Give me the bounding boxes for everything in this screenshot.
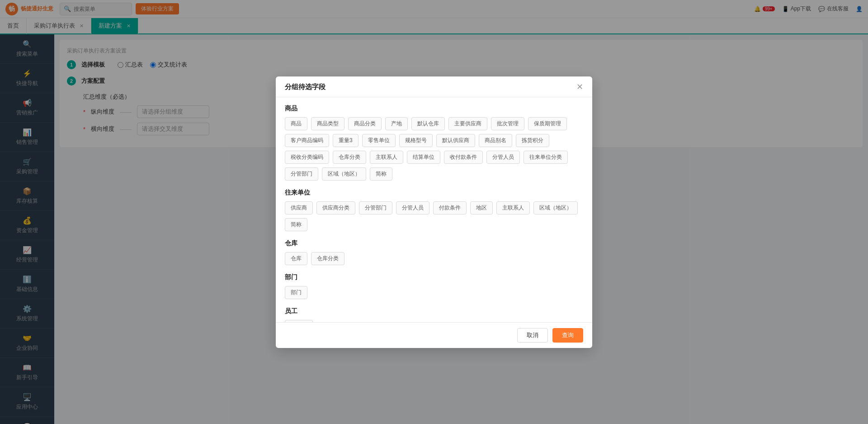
- tag-short-name-goods[interactable]: 简称: [370, 167, 392, 181]
- confirm-button[interactable]: 查询: [552, 328, 583, 343]
- section-warehouse: 仓库 仓库 仓库分类: [285, 239, 583, 265]
- modal-close-btn[interactable]: ✕: [576, 83, 583, 91]
- tag-supplier-category[interactable]: 供应商分类: [316, 201, 355, 214]
- section-warehouse-title: 仓库: [285, 239, 583, 248]
- modal-body: 商品 商品 商品类型 商品分类 产地 默认仓库 主要供应商 批次管理 保质期管理…: [276, 97, 592, 322]
- tag-supervisor[interactable]: 分管人员: [486, 151, 520, 164]
- section-goods: 商品 商品 商品类型 商品分类 产地 默认仓库 主要供应商 批次管理 保质期管理…: [285, 105, 583, 181]
- cancel-button[interactable]: 取消: [517, 328, 548, 343]
- section-employee-title: 员工: [285, 307, 583, 315]
- tag-spec-model[interactable]: 规格型号: [399, 134, 433, 147]
- tag-customer-code[interactable]: 客户商品编码: [285, 134, 329, 147]
- section-dept: 部门 部门: [285, 273, 583, 299]
- tag-origin[interactable]: 产地: [385, 117, 408, 130]
- section-counterpart-tags: 供应商 供应商分类 分管部门 分管人员 付款条件 地区 主联系人 区域（地区） …: [285, 201, 583, 231]
- section-counterpart-title: 往来单位: [285, 189, 583, 197]
- tag-region-goods[interactable]: 区域（地区）: [322, 167, 366, 181]
- tag-default-warehouse[interactable]: 默认仓库: [411, 117, 445, 130]
- tag-main-supplier[interactable]: 主要供应商: [448, 117, 487, 130]
- tag-region-cp[interactable]: 地区: [470, 201, 493, 214]
- main-layout: 🔍 搜索菜单 ⚡ 快捷导航 📢 营销推广 📊 销售管理 🛒 采购管理 📦 库存核…: [0, 34, 868, 424]
- modal-overlay: 分组待选字段 ✕ 商品 商品 商品类型 商品分类 产地 默认仓库 主要供应商: [54, 34, 868, 424]
- content-area: 采购订单执行表方案设置 1 选择模板 汇总表 交叉统计表 2 方案: [54, 34, 868, 424]
- tag-goods-alias[interactable]: 商品别名: [479, 134, 512, 147]
- tag-default-supplier[interactable]: 默认供应商: [436, 134, 475, 147]
- section-goods-title: 商品: [285, 105, 583, 113]
- tag-batch-mgmt[interactable]: 批次管理: [491, 117, 524, 130]
- tag-counterpart-category[interactable]: 往来单位分类: [524, 151, 568, 164]
- modal-footer: 取消 查询: [276, 322, 592, 348]
- tag-pick-points[interactable]: 拣货积分: [516, 134, 549, 147]
- section-goods-tags: 商品 商品类型 商品分类 产地 默认仓库 主要供应商 批次管理 保质期管理 客户…: [285, 117, 583, 181]
- tag-goods-type[interactable]: 商品类型: [311, 117, 344, 130]
- section-dept-title: 部门: [285, 273, 583, 281]
- tag-contact-cp[interactable]: 主联系人: [496, 201, 530, 214]
- tag-supervisor-cp[interactable]: 分管人员: [396, 201, 429, 214]
- tag-main-contact[interactable]: 主联系人: [370, 151, 403, 164]
- tag-retail-unit[interactable]: 零售单位: [362, 134, 396, 147]
- tag-dept-cp[interactable]: 分管部门: [359, 201, 392, 214]
- field-select-modal: 分组待选字段 ✕ 商品 商品 商品类型 商品分类 产地 默认仓库 主要供应商: [276, 76, 592, 348]
- modal-title: 分组待选字段: [285, 83, 326, 91]
- tag-region2-cp[interactable]: 区域（地区）: [533, 201, 578, 214]
- tag-tax-code[interactable]: 税收分类编码: [285, 151, 329, 164]
- section-employee: 员工 业务员: [285, 307, 583, 322]
- section-dept-tags: 部门: [285, 286, 583, 299]
- tag-settlement-unit[interactable]: 结算单位: [407, 151, 440, 164]
- section-counterpart: 往来单位 供应商 供应商分类 分管部门 分管人员 付款条件 地区 主联系人 区域…: [285, 189, 583, 231]
- tag-weight3[interactable]: 重量3: [333, 134, 359, 147]
- tag-warehouse-class[interactable]: 仓库分类: [311, 252, 344, 265]
- modal-header: 分组待选字段 ✕: [276, 76, 592, 97]
- tag-goods[interactable]: 商品: [285, 117, 307, 130]
- tag-dept-manage[interactable]: 分管部门: [285, 167, 318, 181]
- tag-short-name-cp[interactable]: 简称: [285, 218, 307, 231]
- tag-goods-category[interactable]: 商品分类: [348, 117, 382, 130]
- tag-warehouse-category[interactable]: 仓库分类: [333, 151, 366, 164]
- tag-shelf-life[interactable]: 保质期管理: [528, 117, 567, 130]
- tag-warehouse[interactable]: 仓库: [285, 252, 307, 265]
- tag-payment-terms[interactable]: 收付款条件: [444, 151, 483, 164]
- tag-payment-cp[interactable]: 付款条件: [433, 201, 467, 214]
- tag-dept[interactable]: 部门: [285, 286, 307, 299]
- section-warehouse-tags: 仓库 仓库分类: [285, 252, 583, 265]
- tag-supplier[interactable]: 供应商: [285, 201, 313, 214]
